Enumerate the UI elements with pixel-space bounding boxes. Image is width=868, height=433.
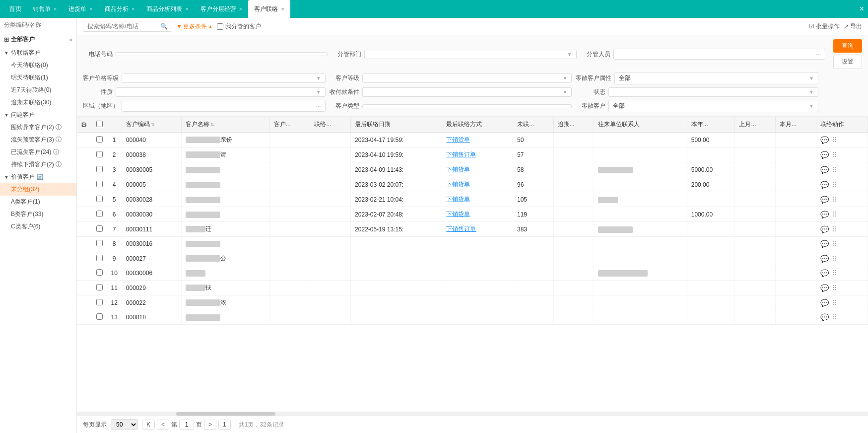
customer-type-input[interactable]	[362, 104, 572, 108]
chat-icon[interactable]: 💬	[820, 225, 829, 233]
sidebar-item-churned[interactable]: 已流失客户(24) ⓘ	[0, 146, 76, 158]
sidebar-item-class-b[interactable]: B类客户(33)	[0, 208, 76, 220]
td-last-contact-method[interactable]: 下销货单	[442, 207, 513, 222]
th-this-month[interactable]: 本月...	[776, 117, 816, 133]
sidebar-item-today-pending[interactable]: 今天待联络(0)	[0, 59, 76, 72]
th-not-contacted[interactable]: 未联...	[513, 117, 553, 133]
td-last-contact-method[interactable]: 下销售订单	[442, 222, 513, 237]
td-last-contact-method[interactable]	[442, 237, 513, 251]
grid-action-icon[interactable]: ⠿	[832, 225, 837, 233]
batch-operation-btn[interactable]: ☑ 批量操作	[809, 22, 840, 31]
td-last-contact-method[interactable]	[442, 281, 513, 295]
sidebar-group-value-customers[interactable]: ▼ 价值客户 🔄	[0, 171, 76, 183]
chat-icon[interactable]: 💬	[820, 299, 829, 307]
sidebar-item-tomorrow-pending[interactable]: 明天待联络(1)	[0, 72, 76, 84]
row-checkbox[interactable]	[96, 166, 103, 172]
payment-terms-select[interactable]: ▼	[362, 87, 572, 97]
row-checkbox[interactable]	[96, 284, 103, 290]
prev-page-button[interactable]: <	[157, 420, 169, 430]
td-last-contact-method[interactable]	[442, 251, 513, 266]
grid-action-icon[interactable]: ⠿	[832, 181, 837, 189]
chat-icon[interactable]: 💬	[820, 196, 829, 204]
grid-action-icon[interactable]: ⠿	[832, 313, 837, 321]
chat-icon[interactable]: 💬	[820, 313, 829, 321]
th-name[interactable]: 客户名称⇅	[181, 117, 269, 133]
first-page-button[interactable]: K	[142, 420, 155, 430]
status-select[interactable]: ▼	[608, 87, 818, 97]
nature-select[interactable]: ▼	[116, 87, 326, 97]
row-checkbox[interactable]	[96, 255, 103, 261]
row-checkbox[interactable]	[96, 269, 103, 276]
more-conditions-btn[interactable]: ▼ 更多条件 ▲	[176, 22, 213, 31]
grid-action-icon[interactable]: ⠿	[832, 269, 837, 277]
td-checkbox[interactable]	[92, 251, 107, 266]
close-tab-customer-contact-icon[interactable]: ×	[281, 6, 284, 12]
close-tab-purchase-icon[interactable]: ×	[89, 6, 92, 12]
window-close-icon[interactable]: ×	[860, 4, 864, 13]
row-checkbox[interactable]	[96, 240, 103, 246]
reset-button[interactable]: 设置	[833, 55, 862, 69]
th-overdue[interactable]: 逾期...	[553, 117, 594, 133]
sidebar-item-7days-pending[interactable]: 近7天待联络(0)	[0, 84, 76, 96]
sidebar-item-hoarding-anomaly[interactable]: 囤购异常客户(2) ⓘ	[0, 121, 76, 134]
th-last-contact-method[interactable]: 最后联络方式	[442, 117, 513, 133]
price-level-select[interactable]: ▼	[122, 73, 326, 83]
nav-tab-purchase[interactable]: 进货单 ×	[63, 0, 98, 18]
row-checkbox[interactable]	[96, 181, 103, 187]
chat-icon[interactable]: 💬	[820, 269, 829, 277]
nav-tab-product-analysis-list[interactable]: 商品分析列表 ×	[140, 0, 194, 18]
close-tab-product-analysis-list-icon[interactable]: ×	[185, 6, 188, 12]
scattered-attr-select[interactable]: 全部 ▼	[614, 72, 818, 84]
last-page-button[interactable]: 1	[218, 420, 231, 430]
per-page-select[interactable]: 50 20 100	[111, 419, 138, 430]
td-checkbox[interactable]	[92, 237, 107, 251]
chat-icon[interactable]: 💬	[820, 240, 829, 248]
scattered-select[interactable]: 全部 ▼	[608, 100, 818, 112]
main-search-icon[interactable]: 🔍	[160, 23, 168, 30]
th-partner-contact[interactable]: 往来单位联系人	[594, 117, 687, 133]
page-number-input[interactable]	[179, 420, 194, 430]
sidebar-collapse-icon[interactable]: «	[69, 36, 72, 43]
sidebar-item-churn-warning[interactable]: 流失预警客户(3) ⓘ	[0, 134, 76, 146]
dept-select[interactable]: ▼	[364, 50, 576, 59]
chat-icon[interactable]: 💬	[820, 181, 829, 189]
td-checkbox[interactable]	[92, 266, 107, 281]
td-checkbox[interactable]	[92, 162, 107, 177]
td-checkbox[interactable]	[92, 192, 107, 207]
chat-icon[interactable]: 💬	[820, 136, 829, 144]
td-last-contact-method[interactable]: 下销货单	[442, 133, 513, 147]
row-checkbox[interactable]	[96, 151, 103, 157]
chat-icon[interactable]: 💬	[820, 166, 829, 174]
region-select[interactable]: ···	[122, 101, 326, 112]
horizontal-scrollbar[interactable]	[77, 412, 868, 416]
th-code[interactable]: 客户编码⇅	[122, 117, 181, 133]
grid-action-icon[interactable]: ⠿	[832, 299, 837, 307]
td-checkbox[interactable]	[92, 222, 107, 237]
td-last-contact-method[interactable]	[442, 295, 513, 310]
chat-icon[interactable]: 💬	[820, 255, 829, 263]
sidebar-item-unclassified[interactable]: 未分组(32)	[0, 183, 76, 196]
close-tab-salesorder-icon[interactable]: ×	[54, 6, 57, 12]
row-checkbox[interactable]	[96, 299, 103, 305]
chat-icon[interactable]: 💬	[820, 284, 829, 292]
td-last-contact-method[interactable]: 下销售订单	[442, 147, 513, 162]
grid-action-icon[interactable]: ⠿	[832, 240, 837, 248]
td-last-contact-method[interactable]: 下销货单	[442, 192, 513, 207]
sidebar-search-input[interactable]	[4, 21, 77, 28]
row-checkbox[interactable]	[96, 211, 103, 217]
th-type[interactable]: 客户...	[269, 117, 310, 133]
phone-input[interactable]	[116, 52, 328, 56]
th-last-contact-date[interactable]: 最后联络日期	[351, 117, 442, 133]
sidebar-group-pending-contact[interactable]: ▼ 待联络客户	[0, 47, 76, 59]
chat-icon[interactable]: 💬	[820, 151, 829, 159]
grid-action-icon[interactable]: ⠿	[832, 196, 837, 204]
grid-action-icon[interactable]: ⠿	[832, 255, 837, 263]
refresh-icon[interactable]: 🔄	[37, 174, 44, 180]
td-last-contact-method[interactable]	[442, 266, 513, 281]
chat-icon[interactable]: 💬	[820, 211, 829, 218]
row-checkbox[interactable]	[96, 225, 103, 232]
grid-action-icon[interactable]: ⠿	[832, 211, 837, 218]
close-tab-product-analysis-icon[interactable]: ×	[132, 6, 134, 12]
next-page-button[interactable]: >	[204, 420, 216, 430]
grid-action-icon[interactable]: ⠿	[832, 166, 837, 174]
